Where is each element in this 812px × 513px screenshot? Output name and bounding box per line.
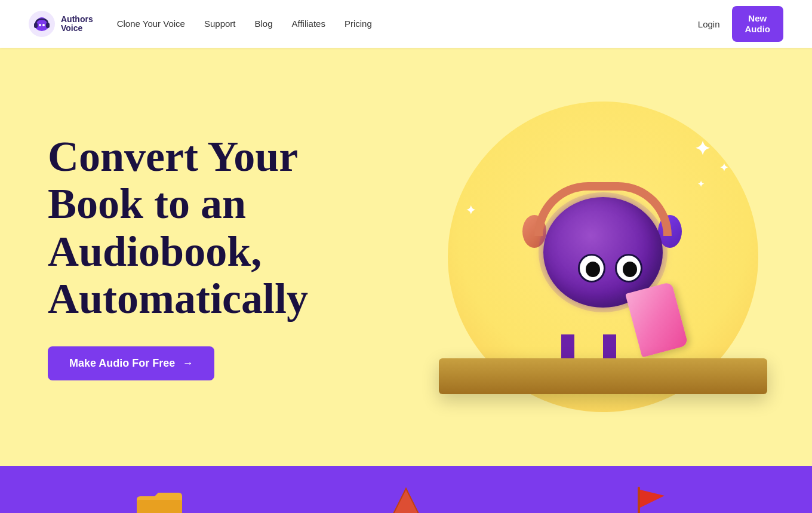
monster-illustration [519, 179, 687, 358]
logo-link[interactable]: Authors Voice [29, 11, 93, 37]
monster-eye-left [578, 254, 605, 282]
headphone-band [534, 182, 672, 236]
svg-rect-3 [34, 23, 38, 28]
nav-item-clone: Clone Your Voice [117, 19, 185, 29]
sparkle-icon-3: ✦ [697, 179, 705, 189]
svg-point-5 [39, 24, 41, 26]
bottom-item-2 [382, 484, 430, 513]
nav-item-affiliates: Affiliates [292, 19, 325, 29]
monster-book [625, 282, 688, 358]
svg-point-6 [42, 24, 45, 26]
nav-item-pricing: Pricing [345, 19, 372, 29]
navbar: Authors Voice Clone Your Voice Support B… [0, 0, 812, 48]
nav-link-pricing[interactable]: Pricing [345, 19, 372, 29]
nav-right: Login NewAudio [698, 6, 783, 42]
folder-icon [136, 484, 183, 513]
new-audio-button[interactable]: NewAudio [732, 6, 784, 42]
monster-eye-right [615, 254, 642, 282]
bottom-section [0, 466, 812, 513]
svg-rect-12 [638, 487, 640, 513]
nav-link-blog[interactable]: Blog [254, 19, 272, 29]
nav-item-blog: Blog [254, 19, 272, 29]
hero-left: Convert Your Book to an Audiobook, Autom… [48, 133, 442, 380]
hero-right: ✦ ✦ ✦ ✦ [442, 102, 764, 412]
bottom-item-3 [629, 484, 676, 513]
monster-platform [439, 358, 767, 394]
svg-marker-13 [640, 490, 665, 508]
nav-links: Clone Your Voice Support Blog Affiliates… [117, 19, 372, 29]
make-audio-button[interactable]: Make Audio For Free → [48, 346, 214, 380]
hero-section: Convert Your Book to an Audiobook, Autom… [0, 48, 812, 466]
nav-item-support: Support [204, 19, 236, 29]
cta-arrow-icon: → [182, 357, 193, 370]
hero-title: Convert Your Book to an Audiobook, Autom… [48, 133, 442, 322]
hero-circle: ✦ ✦ ✦ ✦ [448, 102, 758, 412]
sparkle-icon-4: ✦ [466, 203, 476, 217]
logo-icon [29, 11, 55, 37]
flag-icon [629, 484, 676, 513]
angle-icon [382, 484, 430, 513]
nav-link-clone[interactable]: Clone Your Voice [117, 19, 185, 29]
nav-link-support[interactable]: Support [204, 19, 236, 29]
nav-link-affiliates[interactable]: Affiliates [292, 19, 325, 29]
svg-marker-10 [388, 489, 424, 514]
sparkle-icon-2: ✦ [719, 161, 728, 174]
bottom-item-1 [136, 484, 183, 513]
svg-rect-4 [46, 23, 50, 28]
logo-text: Authors Voice [61, 15, 93, 33]
login-button[interactable]: Login [698, 19, 720, 29]
sparkle-icon-1: ✦ [694, 137, 710, 160]
svg-rect-9 [137, 500, 182, 513]
